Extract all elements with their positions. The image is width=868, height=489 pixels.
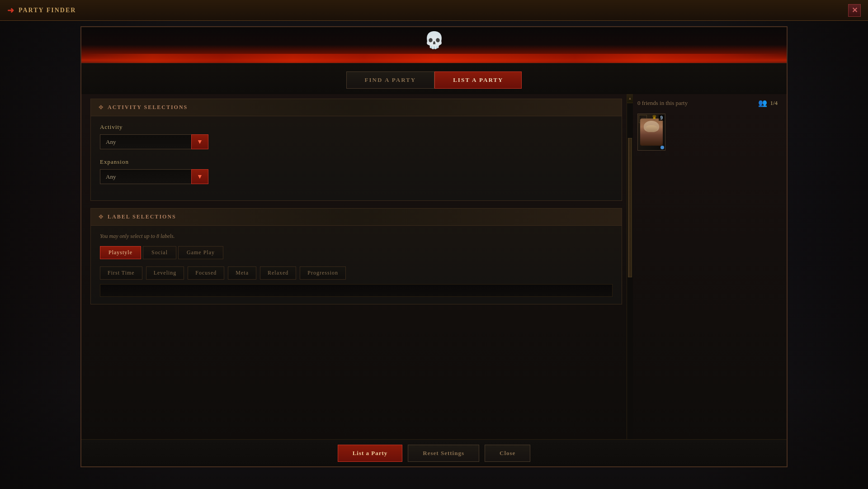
expansion-select[interactable]: Any: [100, 169, 208, 184]
expansion-label: Expansion: [100, 158, 613, 166]
label-tags-container: First Time Leveling Focused Meta Relaxed…: [100, 266, 613, 280]
window-close-button[interactable]: ✕: [848, 4, 861, 17]
label-tag-relaxed[interactable]: Relaxed: [260, 266, 296, 280]
scroll-track: [627, 103, 633, 452]
scroll-up-arrow[interactable]: ▲: [627, 94, 633, 103]
party-count-value: 1/4: [770, 100, 778, 107]
member-gem-icon: [660, 146, 664, 149]
close-x-icon: ✕: [852, 6, 858, 14]
tab-find-party[interactable]: FIND A PARTY: [346, 71, 435, 89]
modal-body: ❖ ACTIVITY SELECTIONS Activity Any ▼: [81, 94, 787, 461]
label-section-header: ❖ LABEL SELECTIONS: [91, 209, 622, 226]
activity-section-body: Activity Any ▼ Expansion Any: [91, 116, 622, 200]
modal-container: 💀 FIND A PARTY LIST A PARTY ❖ ACTIVITY S…: [80, 26, 788, 467]
list-party-button[interactable]: List a Party: [338, 445, 403, 462]
activity-label: Activity: [100, 123, 613, 131]
title-bar: ➜ PARTY FINDER ✕: [0, 0, 868, 21]
skull-decoration-icon: 💀: [424, 31, 444, 50]
label-tab-bar: Playstyle Social Game Play: [100, 246, 613, 259]
right-panel: 0 friends in this party 👥 1/4 ☠ 9: [633, 94, 778, 461]
scroll-bar: ▲ ▼: [627, 94, 633, 461]
title-bar-text: PARTY FINDER: [19, 7, 76, 14]
member-level-0: 9: [659, 115, 664, 121]
reset-settings-button[interactable]: Reset Settings: [408, 445, 479, 462]
party-header: 0 friends in this party 👥 1/4: [637, 99, 778, 107]
activity-header-icon: ❖: [98, 104, 104, 111]
activity-select[interactable]: Any: [100, 134, 208, 149]
party-friends-text: 0 friends in this party: [637, 100, 688, 107]
label-tag-focused[interactable]: Focused: [188, 266, 224, 280]
label-tag-meta[interactable]: Meta: [228, 266, 256, 280]
expansion-select-wrapper: Any ▼: [100, 169, 208, 184]
label-text-input[interactable]: [100, 284, 613, 297]
label-tag-firsttime[interactable]: First Time: [100, 266, 142, 280]
label-header-icon: ❖: [98, 213, 104, 221]
label-tab-social[interactable]: Social: [143, 246, 176, 259]
tab-list-party[interactable]: LIST A PARTY: [434, 71, 522, 89]
member-slot-0: ☠ 9 ♛: [637, 114, 665, 151]
label-tag-leveling[interactable]: Leveling: [146, 266, 184, 280]
expansion-field-group: Expansion Any ▼: [100, 158, 613, 184]
scroll-thumb[interactable]: [628, 138, 632, 277]
party-members-list: ☠ 9 ♛: [637, 114, 778, 151]
party-info: 0 friends in this party 👥 1/4 ☠ 9: [637, 94, 778, 151]
activity-select-wrapper: Any ▼: [100, 134, 208, 149]
activity-header-text: ACTIVITY SELECTIONS: [108, 104, 188, 111]
activity-field-group: Activity Any ▼: [100, 123, 613, 149]
member-avatar-0: ☠ 9 ♛: [638, 114, 665, 150]
member-crown-icon: ♛: [652, 114, 657, 121]
modal-footer: List a Party Reset Settings Close: [81, 439, 787, 466]
party-count-icon: 👥: [758, 99, 767, 107]
party-count: 👥 1/4: [758, 99, 778, 107]
activity-selections-panel: ❖ ACTIVITY SELECTIONS Activity Any ▼: [90, 99, 622, 201]
tab-navigation: FIND A PARTY LIST A PARTY: [81, 63, 787, 94]
label-hint-text: You may only select up to 8 labels.: [100, 233, 613, 240]
label-tab-playstyle[interactable]: Playstyle: [100, 246, 141, 259]
member-face-0: [640, 119, 663, 146]
left-panel: ❖ ACTIVITY SELECTIONS Activity Any ▼: [90, 94, 627, 461]
label-tag-progression[interactable]: Progression: [300, 266, 346, 280]
label-tab-gameplay[interactable]: Game Play: [178, 246, 223, 259]
activity-section-header: ❖ ACTIVITY SELECTIONS: [91, 99, 622, 116]
label-header-text: LABEL SELECTIONS: [108, 214, 176, 220]
label-section-body: You may only select up to 8 labels. Play…: [91, 226, 622, 304]
close-button[interactable]: Close: [485, 445, 530, 462]
arrow-icon: ➜: [7, 5, 14, 15]
modal-header: 💀: [81, 27, 787, 63]
label-selections-panel: ❖ LABEL SELECTIONS You may only select u…: [90, 208, 622, 304]
title-bar-left: ➜ PARTY FINDER: [7, 5, 76, 15]
